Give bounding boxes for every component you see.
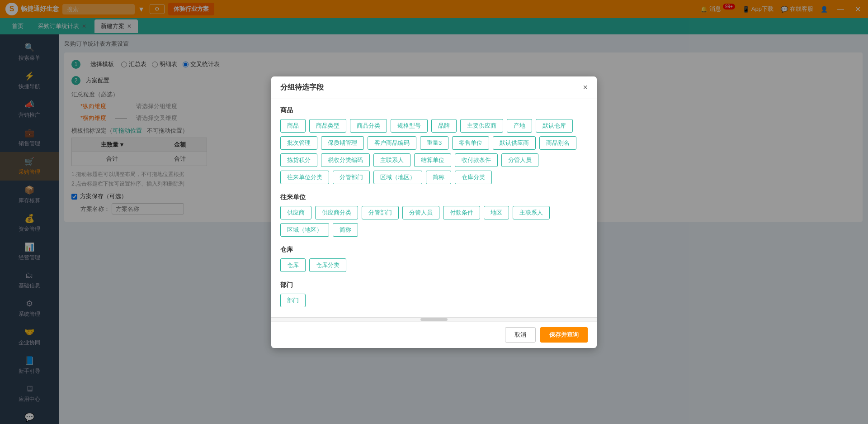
- field-tag-main-contact2[interactable]: 主联系人: [513, 206, 550, 219]
- field-section-goods: 商品 商品 商品类型 商品分类 规格型号 品牌 主要供应商 产地 默认仓库 批次…: [280, 106, 588, 184]
- field-section-title-goods: 商品: [280, 106, 588, 114]
- save-query-button[interactable]: 保存并查询: [540, 327, 588, 343]
- field-tags-goods: 商品 商品类型 商品分类 规格型号 品牌 主要供应商 产地 默认仓库 批次管理 …: [280, 119, 588, 184]
- field-tag-short-name2[interactable]: 简称: [333, 223, 358, 237]
- cancel-button[interactable]: 取消: [505, 327, 536, 343]
- field-tag-main-supplier[interactable]: 主要供应商: [460, 119, 503, 133]
- field-tag-supervisor2[interactable]: 分管人员: [402, 206, 439, 219]
- field-tag-dept2[interactable]: 分管部门: [362, 206, 399, 219]
- field-tag-supervisor[interactable]: 分管人员: [501, 153, 538, 167]
- modal-footer: 取消 保存并查询: [271, 321, 597, 348]
- field-section-dept: 部门 部门: [280, 281, 588, 307]
- field-tag-warehouse-category[interactable]: 仓库分类: [455, 171, 492, 184]
- field-section-title-partner: 往来单位: [280, 193, 588, 201]
- field-tag-expiry-mgmt[interactable]: 保质期管理: [321, 136, 364, 150]
- field-tag-dept-managed[interactable]: 分管部门: [333, 171, 370, 184]
- field-tag-supplier-category[interactable]: 供应商分类: [315, 206, 358, 219]
- field-section-title-warehouse: 仓库: [280, 246, 588, 254]
- field-tags-partner: 供应商 供应商分类 分管部门 分管人员 付款条件 地区 主联系人 区域（地区） …: [280, 206, 588, 237]
- field-tag-warehouse-cat[interactable]: 仓库分类: [309, 258, 346, 272]
- field-tag-weight3[interactable]: 重量3: [420, 136, 448, 150]
- field-tag-payment-cond[interactable]: 付款条件: [443, 206, 480, 219]
- modal: 分组待选字段 × 商品 商品 商品类型 商品分类 规格型号 品牌 主要供应商 产…: [271, 76, 597, 348]
- field-tag-default-warehouse[interactable]: 默认仓库: [536, 119, 573, 133]
- field-tag-short-name[interactable]: 简称: [426, 171, 451, 184]
- field-tag-tax-code[interactable]: 税收分类编码: [321, 153, 370, 167]
- field-tag-warehouse[interactable]: 仓库: [280, 258, 306, 272]
- field-tag-goods-type[interactable]: 商品类型: [309, 119, 346, 133]
- field-tag-main-contact[interactable]: 主联系人: [373, 153, 410, 167]
- field-tag-dept[interactable]: 部门: [280, 294, 306, 307]
- field-tag-retail-unit[interactable]: 零售单位: [452, 136, 489, 150]
- field-tag-partner-category[interactable]: 往来单位分类: [280, 171, 329, 184]
- field-tag-region[interactable]: 区域（地区）: [373, 171, 422, 184]
- field-tags-dept: 部门: [280, 294, 588, 307]
- field-tags-warehouse: 仓库 仓库分类: [280, 258, 588, 272]
- field-tag-payment-terms[interactable]: 收付款条件: [455, 153, 498, 167]
- modal-body[interactable]: 商品 商品 商品类型 商品分类 规格型号 品牌 主要供应商 产地 默认仓库 批次…: [271, 99, 597, 318]
- field-tag-origin[interactable]: 产地: [507, 119, 532, 133]
- modal-title: 分组待选字段: [280, 83, 324, 92]
- field-section-partner: 往来单位 供应商 供应商分类 分管部门 分管人员 付款条件 地区 主联系人 区域…: [280, 193, 588, 237]
- modal-hscrollbar[interactable]: [271, 317, 597, 321]
- field-tag-goods-category[interactable]: 商品分类: [350, 119, 387, 133]
- field-tag-settlement-unit[interactable]: 结算单位: [414, 153, 451, 167]
- field-tag-customer-code[interactable]: 客户商品编码: [368, 136, 416, 150]
- field-tag-goods[interactable]: 商品: [280, 119, 306, 133]
- field-tag-default-supplier[interactable]: 默认供应商: [493, 136, 536, 150]
- field-tag-pick-points[interactable]: 拣货积分: [280, 153, 317, 167]
- field-tag-brand[interactable]: 品牌: [431, 119, 457, 133]
- modal-header: 分组待选字段 ×: [271, 76, 597, 99]
- field-tag-supplier[interactable]: 供应商: [280, 206, 311, 219]
- modal-close-button[interactable]: ×: [583, 83, 588, 92]
- field-tag-alias[interactable]: 商品别名: [539, 136, 576, 150]
- field-section-warehouse: 仓库 仓库 仓库分类: [280, 246, 588, 272]
- modal-overlay: 分组待选字段 × 商品 商品 商品类型 商品分类 规格型号 品牌 主要供应商 产…: [0, 0, 868, 424]
- field-tag-spec-type[interactable]: 规格型号: [391, 119, 428, 133]
- field-tag-batch-mgmt[interactable]: 批次管理: [280, 136, 317, 150]
- field-tag-region2[interactable]: 区域（地区）: [280, 223, 329, 237]
- field-section-title-dept: 部门: [280, 281, 588, 289]
- field-tag-area[interactable]: 地区: [484, 206, 509, 219]
- hscroll-thumb: [420, 318, 448, 321]
